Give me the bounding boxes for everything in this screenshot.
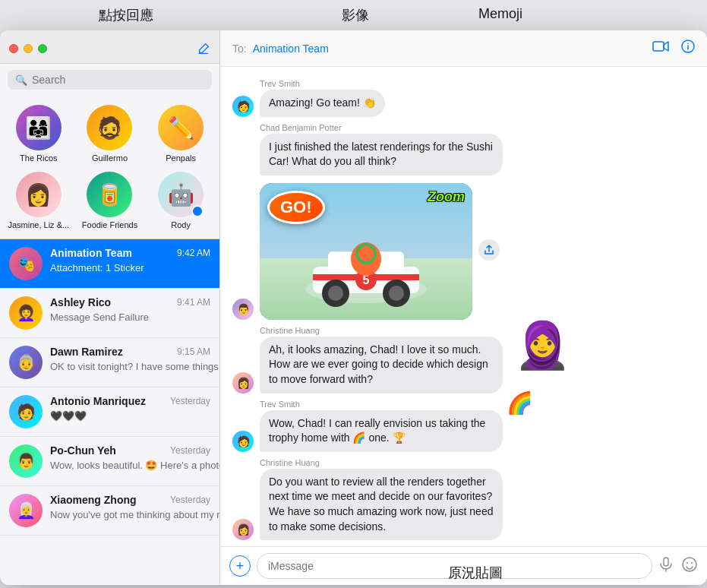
pinned-contact-foodie[interactable]: 🥫 Foodie Friends (76, 169, 144, 232)
contact-name: Jasmine, Liz &... (8, 220, 69, 229)
sender-name: Christine Huang (260, 458, 503, 467)
message-bubble: Do you want to review all the renders to… (260, 469, 503, 540)
avatar: 👩 (16, 172, 62, 217)
message-input-area: + (220, 546, 707, 585)
minimize-button[interactable] (24, 44, 33, 53)
contact-name: Guillermo (92, 153, 128, 163)
pinned-contact-penpals[interactable]: ✏️ Penpals (147, 102, 215, 166)
message-row: 🧑 Trev Smith Amazing! Go team! 👏 (232, 79, 695, 117)
search-icon: 🔍 (15, 74, 27, 86)
annotation-tap-response: 點按回應 (99, 6, 153, 24)
conv-name: Xiaomeng Zhong (50, 494, 137, 506)
avatar: 👩 (232, 372, 254, 394)
contact-name: The Ricos (20, 153, 58, 163)
pinned-contact-rody[interactable]: 🤖 Rody (147, 169, 215, 232)
conversation-antonio[interactable]: 🧑 Antonio Manriquez Yesterday 🖤🖤🖤 (0, 387, 219, 437)
conv-name: Dawn Ramirez (50, 346, 123, 358)
sender-name: Christine Huang (260, 326, 503, 335)
conv-name: Antonio Manriquez (50, 395, 146, 407)
svg-point-8 (328, 286, 343, 301)
avatar: 🥫 (87, 172, 132, 217)
avatar-wrap: 👨‍👩‍👧 (16, 105, 62, 150)
conv-time: 9:15 AM (177, 346, 210, 357)
conv-name: Po-Chun Yeh (50, 444, 116, 457)
svg-rect-0 (653, 42, 664, 51)
chat-header: To: Animation Team (220, 30, 707, 67)
input-icons (658, 556, 698, 577)
conv-time: 9:41 AM (177, 297, 210, 308)
sidebar: 🔍 👨‍👩‍👧 The Ricos 🧔 Guillermo ✏️ (0, 30, 220, 585)
conv-preview: Message Send Failure (50, 311, 149, 323)
message-row: 👩 Christine Huang Do you want to review … (232, 458, 695, 540)
conv-preview: Attachment: 1 Sticker (50, 262, 144, 273)
message-bubble: Wow, Chad! I can really envision us taki… (260, 410, 503, 452)
message-bubble: I just finished the latest renderings fo… (260, 134, 503, 175)
titlebar (0, 30, 219, 64)
avatar: 🧑 (232, 431, 254, 452)
conv-header: Dawn Ramirez 9:15 AM (50, 346, 210, 358)
message-group: 👨 Chad Benjamin Potter I just finished t… (232, 123, 695, 320)
conversation-dawn[interactable]: 👵 Dawn Ramirez 9:15 AM OK to visit tonig… (0, 338, 219, 387)
conv-details: Animation Team 9:42 AM Attachment: 1 Sti… (50, 247, 210, 274)
message-input[interactable] (257, 553, 652, 579)
message-bubble: Amazing! Go team! 👏 (260, 90, 385, 117)
rainbow-sticker: 🌈 (507, 390, 533, 416)
conv-header: Animation Team 9:42 AM (50, 247, 210, 259)
svg-point-10 (389, 286, 404, 301)
sushi-car-image: 5 GO! Zoom (260, 183, 472, 320)
avatar: 👩‍🦱 (9, 296, 43, 330)
pinned-contact-guillermo[interactable]: 🧔 Guillermo (76, 102, 144, 166)
add-attachment-button[interactable]: + (229, 555, 251, 577)
emoji-button[interactable] (681, 556, 698, 577)
conv-header: Antonio Manriquez Yesterday (50, 395, 210, 407)
conv-header: Po-Chun Yeh Yesterday (50, 444, 210, 457)
pinned-contact-jasmine[interactable]: 👩 Jasmine, Liz &... (5, 169, 73, 232)
search-input[interactable] (32, 74, 204, 86)
conversation-xiaomeng[interactable]: 👩‍🦳 Xiaomeng Zhong Yesterday Now you've … (0, 486, 219, 536)
close-button[interactable] (9, 44, 18, 53)
avatar: 🧑 (232, 96, 254, 117)
message-row: 🧑 Trev Smith Wow, Chad! I can really env… (232, 400, 695, 452)
svg-point-18 (686, 562, 688, 564)
audio-record-button[interactable] (658, 557, 674, 576)
conversation-list: 🎭 Animation Team 9:42 AM Attachment: 1 S… (0, 239, 219, 585)
message-group: 🧑 Trev Smith Wow, Chad! I can really env… (232, 400, 695, 452)
chat-recipient: Animation Team (253, 43, 329, 55)
info-icon[interactable] (681, 40, 695, 57)
contact-name: Penpals (166, 153, 196, 163)
video-call-icon[interactable] (652, 40, 669, 56)
avatar-wrap: 👩 (16, 172, 62, 217)
avatar: 🧑 (9, 395, 43, 428)
sender-name: Trev Smith (260, 79, 385, 88)
avatar-wrap: 🤖 (158, 172, 204, 217)
unread-badge (191, 205, 204, 217)
compose-button[interactable] (197, 42, 210, 55)
share-button[interactable] (478, 239, 500, 261)
svg-point-19 (691, 562, 693, 564)
maximize-button[interactable] (38, 44, 47, 53)
conv-preview: Now you've got me thinking about my next… (50, 509, 219, 520)
window-controls (9, 44, 47, 53)
message-group: 👩 Christine Huang Ah, it looks amazing, … (232, 326, 695, 394)
conversation-pochun[interactable]: 👨 Po-Chun Yeh Yesterday Wow, looks beaut… (0, 437, 219, 486)
message-row: 👨 Chad Benjamin Potter I just finished t… (232, 123, 695, 320)
search-bar: 🔍 (0, 64, 219, 96)
avatar: 👵 (9, 346, 43, 379)
conversation-animation-team[interactable]: 🎭 Animation Team 9:42 AM Attachment: 1 S… (0, 239, 219, 289)
message-bubble: Ah, it looks amazing, Chad! I love it so… (260, 337, 503, 394)
pinned-contact-ricos[interactable]: 👨‍👩‍👧 The Ricos (5, 102, 73, 166)
avatar-wrap: 🧔 (87, 105, 132, 150)
annotation-video: 影像 (342, 6, 369, 24)
contact-name: Foodie Friends (82, 220, 137, 229)
conversation-ashley[interactable]: 👩‍🦱 Ashley Rico 9:41 AM Message Send Fai… (0, 289, 219, 338)
app-window: 🔍 👨‍👩‍👧 The Ricos 🧔 Guillermo ✏️ (0, 30, 707, 585)
conv-header: Ashley Rico 9:41 AM (50, 296, 210, 308)
avatar: ✏️ (158, 105, 204, 150)
message-group: 🧑 Trev Smith Amazing! Go team! 👏 (232, 79, 695, 117)
svg-rect-16 (664, 558, 668, 566)
avatar: 👩‍🦳 (9, 494, 43, 527)
search-input-wrap[interactable]: 🔍 (8, 70, 212, 90)
chat-title-area: To: Animation Team (232, 43, 329, 55)
avatar: 🎭 (9, 247, 43, 280)
svg-point-2 (687, 43, 689, 45)
